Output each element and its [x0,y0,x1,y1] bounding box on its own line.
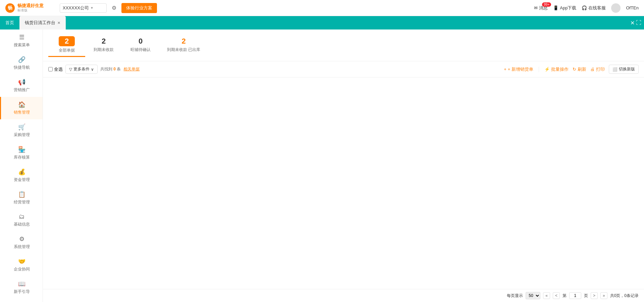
sidebar: ☰ 搜索菜单 🔗 快捷导航 📢 营销推广 🏠 销售管理 🛒 采购管理 🏪 库存核… [0,29,43,302]
tab-expand-icon[interactable]: ⛶ [636,20,641,26]
sidebar-item-search[interactable]: ☰ 搜索菜单 [0,29,43,52]
company-name: XXXXXX公司 [63,5,89,11]
card-pending[interactable]: 0 旺辅待确认 [122,34,159,57]
print-button[interactable]: 🖨 打印 [590,66,605,72]
topbar: 畅 畅捷通好生意 标准版 XXXXXX公司 ▼ ⚙ 体验行业方案 ✉ 消息 99… [0,0,644,16]
card-label-overdue: 到期未收款 [94,47,114,53]
print-icon: 🖨 [590,67,595,72]
switch-label: 切换新版 [619,66,635,72]
service-icon: 🎧 [582,5,587,10]
next-page-button[interactable]: > [591,292,598,299]
tab-workbench[interactable]: 钱货日清工作台 ✕ [19,16,66,29]
filter-arrow-icon: ∨ [91,67,94,72]
basic-info-icon: 🗂 [19,213,25,220]
batch-label: 批量操作 [551,66,569,72]
page-size-select[interactable]: 50 [526,292,540,299]
toolbar-left: 全选 ▽ 更多条件 ∨ 共找到 0 条 相关单据 [48,65,501,74]
tab-home[interactable]: 首页 [0,16,19,29]
management-icon: 📋 [18,191,25,198]
related-link[interactable]: 相关单据 [123,66,140,72]
found-text: 共找到 0 条 [100,66,121,72]
message-badge: 99+ [542,2,551,7]
topbar-left: 畅 畅捷通好生意 标准版 XXXXXX公司 ▼ ⚙ 体验行业方案 [5,3,157,13]
brand-info: 畅捷通好生意 标准版 [17,3,44,13]
sidebar-item-label: 库存核算 [14,155,30,160]
card-overdue-shipped[interactable]: 2 到期未收款 已出库 [159,34,208,57]
found-count: 0 [113,67,116,71]
card-overdue[interactable]: 2 到期未收款 [85,34,122,57]
tab-nav: 首页 钱货日清工作台 ✕ ✕ ⛶ [0,16,644,29]
add-icon: + [504,67,506,72]
select-all-text: 全选 [54,66,63,72]
switch-version-button[interactable]: ⬜ 切换新版 [609,65,639,74]
sidebar-item-label: 企业协同 [14,266,30,272]
sidebar-item-label: 新手引导 [14,289,30,295]
card-num-all: 2 [59,36,75,46]
app-download-button[interactable]: 📱 App下载 [553,5,576,11]
main-content: 2 全部单据 2 到期未收款 0 旺辅待确认 2 到期未收款 已出库 全选 [43,29,644,302]
trial-button[interactable]: 体验行业方案 [121,3,157,13]
sidebar-item-purchase[interactable]: 🛒 采购管理 [0,119,43,142]
refresh-icon: ↻ [573,67,576,72]
refresh-button[interactable]: ↻ 刷新 [573,66,586,72]
guide-icon: 📖 [18,280,25,288]
sidebar-item-inventory[interactable]: 🏪 库存核算 [0,142,43,164]
sidebar-item-label: 基础信息 [14,222,30,227]
toolbar-right: + + 新增销货单 ⚡ 批量操作 ↻ 刷新 🖨 打印 ⬜ [504,65,639,74]
sidebar-item-management[interactable]: 📋 经营管理 [0,187,43,209]
avatar[interactable] [611,3,621,13]
sidebar-item-quicknav[interactable]: 🔗 快捷导航 [0,52,43,74]
enterprise-icon: 🤝 [18,258,25,265]
topbar-right: ✉ 消息 99+ 📱 App下载 🎧 在线客服 OfTEn [534,3,639,13]
sidebar-item-label: 销售管理 [14,110,30,115]
marketing-icon: 📢 [18,78,25,86]
sidebar-item-system[interactable]: ⚙ 系统管理 [0,231,43,254]
sidebar-item-label: 快捷导航 [14,65,30,70]
sidebar-item-app-center[interactable]: 📦 应用中心 [0,299,43,302]
filter-button[interactable]: ▽ 更多条件 ∨ [65,65,98,74]
sidebar-item-label: 经营管理 [14,199,30,205]
card-all[interactable]: 2 全部单据 [48,34,85,57]
sidebar-item-sales[interactable]: 🏠 销售管理 [0,97,43,119]
search-menu-icon: ☰ [19,34,24,41]
sidebar-item-enterprise[interactable]: 🤝 企业协同 [0,254,43,276]
app-label: App下载 [560,5,576,11]
batch-icon: ⚡ [544,67,550,72]
brand-sub: 标准版 [17,8,44,13]
card-num-pending: 0 [139,37,143,46]
tab-nav-right: ✕ ⛶ [630,20,644,26]
sidebar-item-label: 采购管理 [14,132,30,138]
brand-icon: 畅 [5,3,15,13]
last-page-button[interactable]: » [600,292,607,299]
card-label-all: 全部单据 [59,48,75,53]
prev-page-button[interactable]: < [553,292,560,299]
add-sales-order-button[interactable]: + + 新增销货单 [504,66,533,72]
sidebar-item-label: 系统管理 [14,244,30,250]
first-page-button[interactable]: « [543,292,550,299]
purchase-icon: 🛒 [18,123,25,131]
select-all-checkbox[interactable] [48,67,53,71]
settings-icon[interactable]: ⚙ [109,3,119,13]
message-button[interactable]: ✉ 消息 99+ [534,5,548,11]
sidebar-item-basic-info[interactable]: 🗂 基础信息 [0,209,43,231]
filter-icon: ▽ [69,67,72,72]
page-suffix: 页 [584,293,588,299]
batch-operation-button[interactable]: ⚡ 批量操作 [544,66,569,72]
tab-close-window-icon[interactable]: ✕ [630,20,635,26]
select-all-label[interactable]: 全选 [48,66,63,72]
tab-close-icon[interactable]: ✕ [57,21,60,25]
online-service-button[interactable]: 🎧 在线客服 [582,5,606,11]
company-selector[interactable]: XXXXXX公司 ▼ [60,3,107,13]
user-name[interactable]: OfTEn [626,5,639,10]
brand-name: 畅捷通好生意 [17,3,44,8]
page-input[interactable] [569,292,581,299]
sidebar-item-guide[interactable]: 📖 新手引导 [0,276,43,299]
card-num-overdue-shipped: 2 [182,37,186,46]
table-area [43,77,644,289]
filter-label: 更多条件 [73,66,90,72]
chevron-down-icon: ▼ [90,6,94,10]
service-label: 在线客服 [588,5,606,11]
sidebar-item-finance[interactable]: 💰 资金管理 [0,164,43,187]
sidebar-item-marketing[interactable]: 📢 营销推广 [0,74,43,97]
inventory-icon: 🏪 [18,146,25,153]
